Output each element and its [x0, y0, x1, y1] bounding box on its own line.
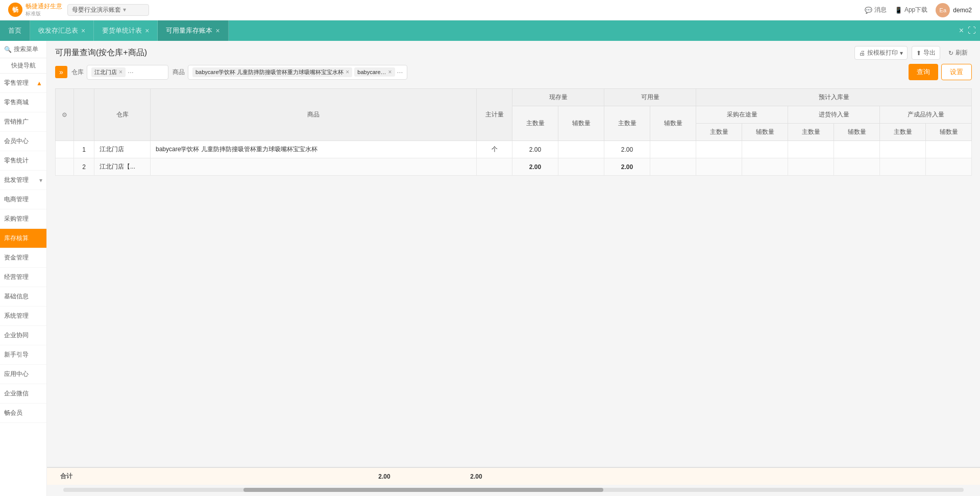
tab-receipts[interactable]: 收发存汇总表 ×	[30, 20, 94, 41]
sidebar-item-system[interactable]: 系统管理	[0, 306, 46, 326]
tab-available-stock[interactable]: 可用量库存账本 ×	[158, 20, 228, 41]
sidebar-item-appstore[interactable]: 应用中心	[0, 365, 46, 384]
settings-button[interactable]: 设置	[941, 64, 972, 80]
horizontal-scrollbar[interactable]	[47, 485, 980, 496]
tab-close-all-button[interactable]: ×	[959, 26, 964, 35]
th-forecast-group: 预计入库量	[696, 89, 972, 106]
tab-home[interactable]: 首页	[0, 20, 30, 41]
tab-available-stock-close[interactable]: ×	[215, 27, 219, 35]
sidebar-item-retail[interactable]: 零售管理 ▲	[0, 74, 46, 93]
sidebar-item-vip[interactable]: 畅会员	[0, 404, 46, 423]
product-filter-tag-2: babycare… ×	[354, 67, 395, 77]
sidebar-item-operation-label: 经营管理	[4, 273, 29, 281]
sidebar-search[interactable]: 🔍 搜索菜单	[0, 41, 46, 58]
tab-bar-end: × ⛶	[959, 20, 980, 41]
th-purchase-main: 主数量	[696, 124, 742, 141]
search-icon: 🔍	[4, 46, 12, 53]
tab-order-stats-close[interactable]: ×	[145, 27, 149, 35]
sidebar-item-basic[interactable]: 基础信息	[0, 287, 46, 306]
sidebar-item-newguide[interactable]: 新手引导	[0, 345, 46, 365]
page-header: 可用量查询(按仓库+商品) 🖨 按模板打印 ▾ ⬆ 导出 ↻ 刷新	[47, 41, 980, 60]
sidebar-item-wholesale[interactable]: 批发管理 ▾	[0, 171, 46, 190]
row1-index: 1	[74, 141, 94, 158]
sidebar-item-retail-stats[interactable]: 零售统计	[0, 151, 46, 171]
refresh-icon: ↻	[948, 50, 953, 57]
query-button[interactable]: 查询	[909, 64, 938, 80]
user-area[interactable]: Ea demo2	[936, 3, 972, 17]
refresh-label: 刷新	[955, 49, 968, 57]
avatar: Ea	[936, 3, 950, 17]
row2-avail-sub	[650, 158, 696, 176]
sidebar-item-ecommerce[interactable]: 电商管理	[0, 190, 46, 209]
scrollbar-thumb[interactable]	[243, 488, 604, 492]
sidebar-item-finance-label: 资金管理	[4, 253, 29, 262]
sidebar-item-purchase[interactable]: 采购管理	[0, 209, 46, 229]
chevron-up-icon: ▲	[36, 80, 42, 87]
sidebar-item-marketing[interactable]: 营销推广	[0, 112, 46, 132]
sidebar-item-enterprise[interactable]: 企业协同	[0, 326, 46, 345]
sidebar-item-retail-mall[interactable]: 零售商城	[0, 93, 46, 112]
sidebar-item-vip-label: 畅会员	[4, 409, 22, 417]
logo-text-area: 畅捷通好生意 标准版	[26, 3, 62, 17]
tab-order-stats[interactable]: 要货单统计表 ×	[94, 20, 158, 41]
app-download-label: App下载	[904, 6, 927, 14]
th-purchase-sub: 辅数量	[742, 124, 788, 141]
sidebar-quick-nav[interactable]: 快捷导航	[0, 58, 46, 74]
message-label: 消息	[874, 6, 887, 14]
th-stock-main: 主数量	[512, 106, 558, 141]
app-download-button[interactable]: 📱 App下载	[895, 6, 927, 14]
product-filter-tag-2-value: babycare…	[357, 69, 386, 75]
export-button[interactable]: ⬆ 导出	[912, 46, 940, 60]
logo-icon: 畅	[8, 3, 22, 17]
tab-home-label: 首页	[8, 26, 21, 35]
warehouse-filter-tag: 江北门店 ×	[91, 67, 126, 77]
row1-pur-main	[696, 141, 742, 158]
product-filter-group: 商品 babycare学饮杯 儿童防摔防撞吸管杯重力球吸嘴杯宝宝水杯 × bab…	[173, 65, 407, 80]
sidebar-item-operation[interactable]: 经营管理	[0, 268, 46, 287]
product-more-icon[interactable]: ···	[397, 68, 403, 76]
sidebar-search-label: 搜索菜单	[14, 45, 38, 54]
expand-icon: »	[59, 68, 63, 76]
tab-expand-button[interactable]: ⛶	[968, 26, 976, 35]
print-template-button[interactable]: 🖨 按模板打印 ▾	[854, 46, 908, 60]
filter-toggle-button[interactable]: »	[55, 66, 67, 78]
tenant-selector[interactable]: 母婴行业演示账套 ▾	[67, 4, 149, 16]
warehouse-more-icon[interactable]: ···	[128, 68, 134, 76]
product-filter-tag-2-close[interactable]: ×	[388, 68, 392, 76]
print-label: 按模板打印	[867, 49, 898, 57]
row1-inc-main	[788, 141, 834, 158]
product-filter-label: 商品	[173, 68, 185, 77]
gear-icon[interactable]: ⚙	[62, 111, 67, 119]
sidebar-item-inventory[interactable]: 库存核算	[0, 229, 46, 248]
username: demo2	[953, 7, 972, 14]
sidebar-item-wechat[interactable]: 企业微信	[0, 384, 46, 404]
product-filter-input[interactable]: babycare学饮杯 儿童防摔防撞吸管杯重力球吸嘴杯宝宝水杯 × babyca…	[188, 65, 407, 80]
download-icon: 📱	[895, 7, 902, 14]
warehouse-filter-tag-close[interactable]: ×	[119, 68, 122, 76]
sidebar-item-finance[interactable]: 资金管理	[0, 248, 46, 268]
logo-area: 畅 畅捷通好生意 标准版	[8, 3, 62, 17]
warehouse-filter-input[interactable]: 江北门店 × ···	[87, 65, 168, 80]
th-incoming-main: 主数量	[788, 124, 834, 141]
product-filter-tag-1-close[interactable]: ×	[346, 68, 349, 76]
message-button[interactable]: 💬 消息	[865, 6, 887, 14]
row1-pur-sub	[742, 141, 788, 158]
table-row: 2 江北门店【... 2.00 2.00	[56, 158, 972, 176]
th-settings: ⚙	[56, 89, 74, 141]
content-area: 可用量查询(按仓库+商品) 🖨 按模板打印 ▾ ⬆ 导出 ↻ 刷新	[47, 41, 980, 496]
sidebar-item-retail-label: 零售管理	[4, 79, 29, 87]
refresh-button[interactable]: ↻ 刷新	[944, 46, 972, 59]
export-label: 导出	[923, 49, 936, 57]
sidebar-item-member[interactable]: 会员中心	[0, 132, 46, 151]
sidebar-item-member-label: 会员中心	[4, 137, 29, 146]
row2-inc-main	[788, 158, 834, 176]
sidebar: 🔍 搜索菜单 快捷导航 零售管理 ▲ 零售商城 营销推广 会员中心 零售统计 批…	[0, 41, 47, 496]
row1-product: babycare学饮杯 儿童防摔防撞吸管杯重力球吸嘴杯宝宝水杯	[151, 141, 477, 158]
sidebar-item-wechat-label: 企业微信	[4, 389, 29, 398]
sidebar-item-ecommerce-label: 电商管理	[4, 195, 29, 204]
row1-inc-sub	[834, 141, 880, 158]
tab-receipts-close[interactable]: ×	[81, 27, 85, 35]
th-incoming-group: 进货待入量	[788, 106, 880, 124]
th-stock-group: 现存量	[512, 89, 604, 106]
row1-prod-main	[880, 141, 926, 158]
